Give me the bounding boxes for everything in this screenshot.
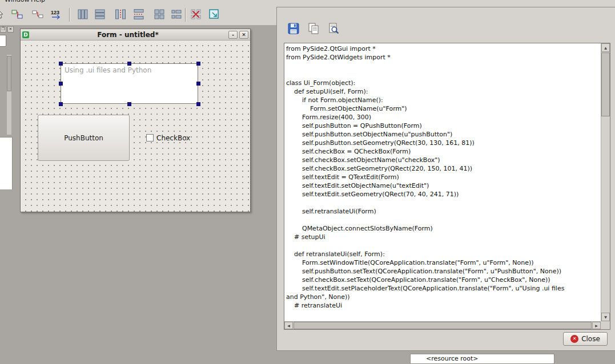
layout-horizontal-splitter-icon xyxy=(114,8,127,21)
checkbox-widget[interactable]: CheckBox xyxy=(146,126,204,149)
scrollbar-thumb[interactable] xyxy=(7,56,11,91)
checkbox-indicator[interactable] xyxy=(146,134,154,141)
toolbar-button-lay-out-horizontally-in-splitter[interactable] xyxy=(112,6,128,22)
copy-icon xyxy=(307,22,320,35)
form-window-title: Form - untitled* xyxy=(29,31,227,39)
selection-handle[interactable] xyxy=(59,82,63,86)
layout-vertical-splitter-icon xyxy=(132,8,145,21)
close-icon: ✕ xyxy=(570,335,578,343)
save-button[interactable] xyxy=(285,20,302,37)
copy-button[interactable] xyxy=(305,20,322,37)
selection-handle[interactable] xyxy=(59,102,63,106)
layout-horizontal-icon xyxy=(77,8,89,21)
scrollbar-thumb[interactable] xyxy=(601,52,610,116)
scroll-left-icon[interactable]: ◀ xyxy=(284,322,293,329)
form-canvas[interactable]: Using .ui files and Python PushButton Ch… xyxy=(21,41,250,212)
resource-browser-fragment: <resource root> xyxy=(410,354,554,364)
toolbar-button-edit-signals-slots[interactable] xyxy=(9,6,25,22)
python-code-text[interactable]: from PySide2.QtGui import * from PySide2… xyxy=(286,45,600,320)
dock-float-icon: ❐ xyxy=(1,27,5,31)
toolbar-separator xyxy=(185,8,186,22)
close-window-button[interactable]: ✕ xyxy=(239,31,248,39)
dock-float-button[interactable]: ❐ xyxy=(0,26,6,33)
selection-handle[interactable] xyxy=(196,102,200,106)
scrollbar-corner xyxy=(601,321,610,329)
scroll-down-icon[interactable]: ▼ xyxy=(601,313,610,321)
layout-form-icon xyxy=(170,8,183,21)
menu-bar: Window Help xyxy=(0,0,615,4)
svg-text:123: 123 xyxy=(51,10,59,15)
textedit-widget[interactable]: Using .ui files and Python xyxy=(61,63,198,104)
left-panel-fragment xyxy=(0,137,13,189)
scroll-up-icon[interactable]: ▲ xyxy=(601,43,610,52)
layout-vertical-icon xyxy=(94,8,106,21)
close-button[interactable]: ✕ Close xyxy=(563,332,608,346)
selection-handle[interactable] xyxy=(127,62,131,66)
form-titlebar[interactable]: D Form - untitled* - ✕ xyxy=(21,29,250,41)
pushbutton-widget[interactable]: PushButton xyxy=(38,115,130,161)
selection-handle[interactable] xyxy=(196,62,200,66)
menu-help[interactable]: Help xyxy=(31,0,45,3)
python-code-dialog: from PySide2.QtGui import * from PySide2… xyxy=(276,7,615,351)
widgetbox-scrollbar[interactable] xyxy=(7,55,11,135)
layout-grid-icon xyxy=(153,8,166,21)
menu-window[interactable]: Window xyxy=(5,0,29,3)
pushbutton-label: PushButton xyxy=(64,134,103,142)
selection-handle[interactable] xyxy=(127,102,131,106)
toolbar-button-adjust-size[interactable] xyxy=(206,6,222,22)
form-window-icon: D xyxy=(22,31,29,38)
scroll-right-icon[interactable]: ▶ xyxy=(592,322,601,329)
toolbar-button-break-layout[interactable] xyxy=(188,6,204,22)
close-button-label: Close xyxy=(581,335,600,343)
toolbar-separator xyxy=(69,8,70,22)
adjust-size-icon xyxy=(208,8,220,21)
find-button[interactable] xyxy=(325,20,342,37)
code-view: from PySide2.QtGui import * from PySide2… xyxy=(284,43,610,330)
resource-root-item[interactable]: <resource root> xyxy=(411,354,554,363)
dock-close-icon: ✕ xyxy=(9,27,13,31)
edit-buddies-icon xyxy=(31,8,44,21)
toolbar-button-edit-widgets[interactable] xyxy=(0,6,8,22)
toolbar-button-lay-out-in-grid[interactable] xyxy=(151,6,167,22)
scrollbar-thumb[interactable] xyxy=(294,322,592,329)
widgetbox-filter-input[interactable] xyxy=(0,35,6,47)
selection-handle[interactable] xyxy=(59,62,63,66)
minimize-button[interactable]: - xyxy=(228,31,238,39)
code-dialog-toolbar xyxy=(285,20,342,37)
toolbar-button-lay-out-horizontally[interactable] xyxy=(75,6,91,22)
save-icon xyxy=(287,22,300,35)
break-layout-icon xyxy=(190,8,202,21)
vertical-scrollbar[interactable]: ▲ ▼ xyxy=(601,43,610,321)
edit-widgets-icon xyxy=(0,8,6,21)
dock-close-button[interactable]: ✕ xyxy=(7,26,14,33)
toolbar-button-edit-buddies[interactable] xyxy=(30,6,46,22)
checkbox-label: CheckBox xyxy=(156,134,190,142)
toolbar-button-lay-out-vertically[interactable] xyxy=(92,6,108,22)
toolbar-button-edit-tab-order[interactable]: 123 xyxy=(48,6,64,22)
qt-designer-screen: Window Help 123 xyxy=(0,0,615,364)
selection-handle[interactable] xyxy=(196,82,200,86)
find-icon xyxy=(327,22,340,35)
form-editor-window: D Form - untitled* - ✕ Using .ui files a… xyxy=(20,29,251,212)
edit-signals-slots-icon xyxy=(11,8,23,21)
toolbar-button-lay-out-vertically-in-splitter[interactable] xyxy=(131,6,147,22)
edit-tab-order-icon: 123 xyxy=(50,8,62,21)
toolbar-button-lay-out-in-form-layout[interactable] xyxy=(168,6,184,22)
horizontal-scrollbar[interactable]: ◀ ▶ xyxy=(284,321,601,329)
